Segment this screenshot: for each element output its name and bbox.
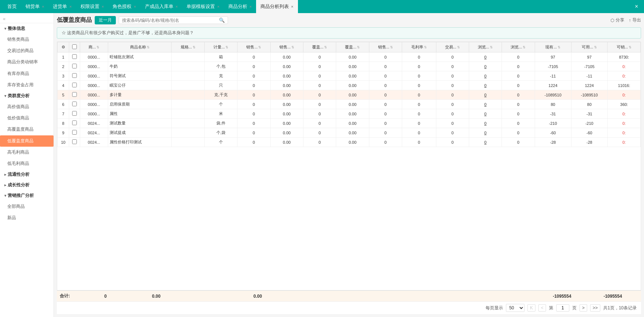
nav-product-warehouse[interactable]: 产成品入库单 × [141,0,182,13]
sidebar-collapse-btn[interactable]: « [0,13,54,23]
th-sales-qty[interactable]: 销售...⇅ [237,42,270,52]
sidebar-section-circulation[interactable]: ▸ 流通性分析 [0,169,54,180]
filter-recent-month[interactable]: 近一月 [95,16,116,24]
th-current-stock[interactable]: 现有...⇅ [535,42,571,52]
cell-code: 0024... [80,138,108,147]
nav-purchase-order[interactable]: 进货单 × [48,0,76,13]
row-checkbox[interactable] [72,73,77,78]
th-name[interactable]: 商品名称⇅ [108,42,172,52]
nav-sales-order[interactable]: 销货单 × [21,0,48,13]
th-code[interactable]: 商...⇅ [80,42,108,52]
sidebar-item-traded-goods[interactable]: 交易过的商品 [0,45,54,56]
first-page-btn[interactable]: K [527,304,535,312]
row-checkbox[interactable] [72,130,77,135]
cell-browse1[interactable]: 0 [469,90,502,100]
nav-close-icon[interactable]: × [176,0,178,13]
cell-code: 0000... [80,81,108,90]
nav-close-icon[interactable]: × [134,0,136,13]
nav-home[interactable]: 首页 [3,0,21,13]
cell-browse1[interactable]: 0 [469,138,502,147]
th-browse2[interactable]: 浏览...⇅ [502,42,535,52]
cell-spec [172,52,204,62]
sidebar-item-capital-occupy[interactable]: 库存资金占用 [0,79,54,91]
nav-close-icon[interactable]: × [250,0,252,13]
th-settings[interactable]: ⚙ [58,42,69,52]
sidebar-item-category-rate[interactable]: 商品分类动销率 [0,56,54,68]
sidebar-item-low-margin[interactable]: 低毛利商品 [0,158,54,169]
page-size-select[interactable]: 50 20 100 [506,304,525,312]
table-row: 4 0000... 眠宝公仔 只 0 0.00 0 0.00 0 0 0 0 0… [58,81,641,90]
select-all-checkbox[interactable] [72,44,77,49]
nav-close-icon[interactable]: × [102,0,104,13]
row-checkbox[interactable] [72,139,77,144]
cell-browse1[interactable]: 0 [469,71,502,81]
cell-browse1[interactable]: 0 [469,109,502,119]
th-available[interactable]: 可用...⇅ [571,42,608,52]
cell-browse1[interactable]: 0 [469,52,502,62]
next-page-btn[interactable]: > [580,304,587,312]
th-transactions[interactable]: 交易...⇅ [436,42,469,52]
window-close-button[interactable]: × [632,3,641,10]
sidebar-item-in-stock[interactable]: 有库存商品 [0,68,54,79]
cell-code: 0024... [80,128,108,138]
sidebar-section-group-analysis[interactable]: ▾ 类群度分析 [0,91,54,101]
sidebar-item-high-coverage[interactable]: 高覆盖度商品 [0,124,54,135]
sidebar-section-marketing[interactable]: ▾ 营销推广分析 [0,190,54,201]
cell-coverage2: 0.00 [336,81,369,90]
row-checkbox[interactable] [72,120,77,125]
row-checkbox[interactable] [72,111,77,116]
last-page-btn[interactable]: >> [590,304,600,312]
th-coverage2[interactable]: 覆盖...⇅ [336,42,369,52]
sidebar-item-all-goods[interactable]: 全部商品 [0,201,54,212]
sidebar-item-new-goods[interactable]: 新品 [0,212,54,223]
nav-close-icon[interactable]: × [217,0,219,13]
sidebar-item-sales-goods[interactable]: 销售类商品 [0,34,54,45]
nav-product-analysis[interactable]: 商品分析 × [224,0,256,13]
th-sales-amt[interactable]: 销售...⇅ [270,42,303,52]
th-spec[interactable]: 规格...⇅ [172,42,204,52]
share-button[interactable]: ⬡ 分享 [610,17,624,23]
cell-browse2: 0 [502,119,535,128]
th-sales-days[interactable]: 销售...⇅ [369,42,402,52]
cell-browse1[interactable]: 0 [469,62,502,71]
cell-spec [172,109,204,119]
cell-browse1[interactable]: 0 [469,81,502,90]
nav-product-analysis-list[interactable]: 商品分析列表 × [256,0,298,13]
page-number-input[interactable] [556,304,569,312]
th-sellable[interactable]: 可销...⇅ [608,42,641,52]
nav-template-setting[interactable]: 单据模板设置 × [182,0,224,13]
cell-sales-amt: 0.00 [270,81,303,90]
sidebar-item-low-coverage[interactable]: 低覆盖度商品 [0,135,54,147]
th-coverage1[interactable]: 覆盖...⇅ [303,42,336,52]
nav-role-auth[interactable]: 角色授权 × [108,0,140,13]
prev-page-btn[interactable]: < [538,304,546,312]
page-title: 低覆盖度商品 [57,16,92,24]
cell-browse2: 0 [502,71,535,81]
cell-browse1[interactable]: 0 [469,100,502,109]
nav-permission-setting[interactable]: 权限设置 × [76,0,108,13]
cell-name: 牛奶 [108,62,172,71]
row-checkbox[interactable] [72,54,77,59]
cell-browse1[interactable]: 0 [469,128,502,138]
cell-coverage1: 0 [303,100,336,109]
nav-close-icon[interactable]: × [42,0,44,13]
search-input[interactable] [122,18,217,23]
sidebar-item-high-value[interactable]: 高价值商品 [0,101,54,112]
nav-close-icon[interactable]: × [69,0,71,13]
th-browse1[interactable]: 浏览...⇅ [469,42,502,52]
nav-close-icon[interactable]: × [291,0,293,13]
row-checkbox[interactable] [72,83,77,87]
th-gross-margin[interactable]: 毛利率⇅ [402,42,436,52]
sidebar-item-high-margin[interactable]: 高毛利商品 [0,147,54,158]
sidebar-section-growth[interactable]: ▸ 成长性分析 [0,180,54,190]
export-button[interactable]: ↑ 导出 [629,17,641,23]
cell-code: 0024... [80,119,108,128]
table-row: 2 0000... 牛奶 个,包 0 0.00 0 0.00 0 0 0 0 0… [58,62,641,71]
row-checkbox[interactable] [72,102,77,106]
th-unit[interactable]: 计量...⇅ [204,42,237,52]
cell-browse1[interactable]: 0 [469,119,502,128]
sidebar-item-low-value[interactable]: 低价值商品 [0,112,54,124]
row-checkbox[interactable] [72,64,77,68]
row-checkbox[interactable] [72,92,77,97]
sidebar-section-overview[interactable]: ▾ 整体信息 [0,23,54,34]
